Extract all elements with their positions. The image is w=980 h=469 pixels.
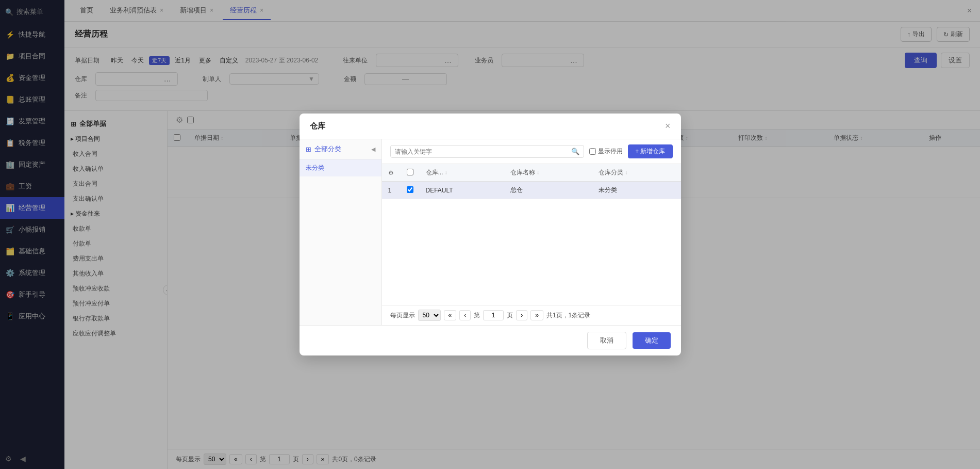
modal-right-panel: 🔍 显示停用 + 新增仓库 ⚙	[382, 139, 681, 325]
modal-page-input[interactable]	[483, 310, 504, 320]
modal-col-name[interactable]: 仓库名称 ↕	[504, 164, 592, 182]
modal-left-panel: ⊞ 全部分类 ◀ 未分类	[300, 139, 382, 325]
modal-next-page[interactable]: ›	[516, 310, 527, 320]
modal-search-icon: 🔍	[571, 148, 579, 155]
modal-page-label-pre: 第	[474, 311, 480, 320]
row-1-checkbox[interactable]	[401, 182, 420, 199]
modal-table: ⚙ 仓库... ↕ 仓库名称 ↕ 仓库分类 ↕ 1 DEFA	[382, 164, 681, 199]
show-disabled-checkbox[interactable]	[589, 148, 596, 155]
modal-category-uncategorized[interactable]: 未分类	[300, 159, 381, 176]
modal-last-page[interactable]: »	[530, 310, 543, 320]
modal-total: 共1页，1条记录	[546, 311, 590, 320]
modal-head-checkbox[interactable]	[407, 169, 413, 175]
modal-col-gear[interactable]: ⚙	[382, 164, 401, 182]
modal-body: ⊞ 全部分类 ◀ 未分类 🔍 显示停用	[300, 139, 681, 325]
modal-col-code[interactable]: 仓库... ↕	[420, 164, 504, 182]
modal-header: 仓库 ×	[300, 114, 681, 139]
modal-search-wrap: 🔍	[390, 145, 585, 158]
row-1-seq: 1	[382, 182, 401, 199]
row-1-code: DEFAULT	[420, 182, 504, 199]
warehouse-modal: 仓库 × ⊞ 全部分类 ◀ 未分类	[300, 114, 681, 355]
modal-table-head: ⚙ 仓库... ↕ 仓库名称 ↕ 仓库分类 ↕	[382, 164, 681, 182]
modal-pagination: 每页显示 50 « ‹ 第 页 › » 共1页，1条记录	[382, 305, 681, 325]
show-disabled-wrap: 显示停用	[589, 147, 623, 156]
modal-collapse-icon[interactable]: ◀	[371, 146, 375, 153]
modal-page-size-label: 每页显示	[390, 311, 415, 320]
row-1-check[interactable]	[407, 186, 413, 193]
modal-left-header: ⊞ 全部分类 ◀	[300, 139, 381, 159]
modal-table-body: 1 DEFAULT 总仓 未分类	[382, 182, 681, 199]
modal-overlay: 仓库 × ⊞ 全部分类 ◀ 未分类	[0, 0, 980, 469]
row-1-category: 未分类	[592, 182, 680, 199]
modal-page-size-select[interactable]: 50	[418, 310, 441, 321]
confirm-button[interactable]: 确定	[633, 332, 671, 349]
modal-grid-icon: ⊞	[306, 145, 311, 153]
category-label: 未分类	[306, 164, 324, 171]
add-warehouse-button[interactable]: + 新增仓库	[628, 144, 672, 158]
modal-first-page[interactable]: «	[444, 310, 457, 320]
table-row[interactable]: 1 DEFAULT 总仓 未分类	[382, 182, 681, 199]
modal-footer-actions: 取消 确定	[300, 325, 681, 355]
modal-col-category[interactable]: 仓库分类 ↕	[592, 164, 680, 182]
modal-page-label: 页	[507, 311, 513, 320]
modal-toolbar: 🔍 显示停用 + 新增仓库	[382, 139, 681, 164]
modal-prev-page[interactable]: ‹	[459, 310, 471, 320]
show-disabled-label: 显示停用	[598, 147, 623, 156]
modal-table-wrap: ⚙ 仓库... ↕ 仓库名称 ↕ 仓库分类 ↕ 1 DEFA	[382, 164, 681, 305]
cancel-button[interactable]: 取消	[587, 332, 626, 349]
row-1-name: 总仓	[504, 182, 592, 199]
modal-col-checkbox	[401, 164, 420, 182]
modal-all-categories-label: 全部分类	[314, 144, 341, 154]
modal-title: 仓库	[310, 121, 325, 131]
modal-search-input[interactable]	[395, 148, 572, 155]
modal-close-btn[interactable]: ×	[665, 121, 671, 132]
